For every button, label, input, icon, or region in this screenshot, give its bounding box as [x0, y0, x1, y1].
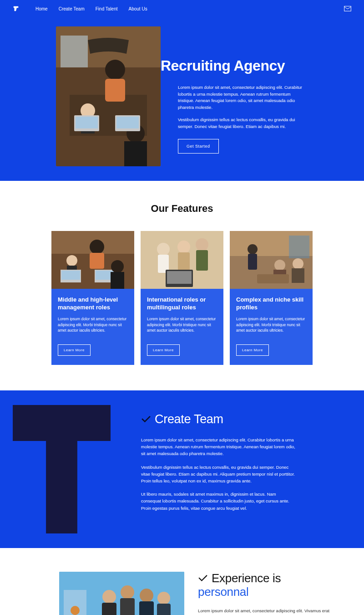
svg-rect-38 — [289, 236, 309, 258]
learn-more-button[interactable]: Learn More — [147, 344, 180, 356]
svg-point-17 — [90, 240, 104, 254]
svg-point-51 — [121, 585, 134, 599]
nav-create-team[interactable]: Create Team — [59, 6, 85, 11]
svg-rect-14 — [116, 117, 139, 128]
features-title: Our Features — [0, 203, 364, 215]
main-nav: Home Create Team Find Talent About Us — [13, 5, 351, 12]
experience-title: Experience is personnal — [198, 572, 339, 599]
svg-point-43 — [293, 258, 303, 269]
create-title: Create Team — [141, 412, 312, 426]
nav-links: Home Create Team Find Talent About Us — [35, 6, 147, 11]
svg-rect-56 — [157, 604, 171, 615]
mail-icon[interactable] — [344, 6, 351, 11]
card-title: International roles or multilingual role… — [147, 296, 217, 312]
learn-more-button[interactable]: Learn More — [58, 344, 91, 356]
svg-rect-54 — [139, 601, 154, 615]
svg-rect-33 — [196, 250, 208, 271]
svg-rect-50 — [102, 603, 116, 615]
svg-rect-26 — [111, 272, 124, 289]
experience-image — [59, 572, 184, 615]
svg-rect-35 — [167, 271, 192, 284]
card-desc: Lorem ipsum dolor sit amet, consectetur … — [236, 316, 306, 333]
svg-point-30 — [177, 241, 190, 253]
create-team-section: Create Team Lorem ipsum dolor sit amet, … — [0, 390, 364, 548]
card-image — [141, 231, 223, 289]
svg-rect-12 — [76, 117, 98, 128]
experience-p1: Lorem ipsum dolor sit amet, consectetur … — [198, 607, 339, 615]
svg-rect-0 — [344, 6, 351, 11]
get-started-button[interactable]: Get Started — [178, 139, 219, 154]
svg-point-41 — [274, 260, 285, 271]
create-p3: Ut libero mauris, sodales sit amet maxim… — [141, 491, 296, 512]
card-image — [230, 231, 313, 289]
svg-rect-45 — [257, 274, 289, 283]
svg-point-55 — [157, 592, 170, 605]
hero-p1: Lorem ipsum dolor sit amet, consectetur … — [161, 84, 306, 111]
card-title: Middle and high-level management roles — [58, 296, 128, 312]
check-icon — [141, 416, 151, 423]
feature-card: Complex and niche skill profiles Lorem i… — [230, 231, 313, 365]
svg-rect-44 — [292, 268, 304, 283]
check-icon — [198, 575, 208, 582]
svg-point-32 — [196, 238, 208, 251]
feature-card: Middle and high-level management roles L… — [51, 231, 134, 365]
svg-rect-10 — [124, 141, 147, 166]
svg-point-53 — [140, 589, 153, 602]
card-desc: Lorem ipsum dolor sit amet, consectetur … — [58, 316, 128, 333]
svg-rect-22 — [61, 271, 80, 280]
learn-more-button[interactable]: Learn More — [236, 344, 269, 356]
svg-point-28 — [157, 243, 170, 256]
hero-p2: Vestibulum dignissim tellus ac lectus co… — [161, 117, 306, 130]
nav-home[interactable]: Home — [35, 6, 48, 11]
card-image — [51, 231, 134, 289]
svg-point-48 — [71, 606, 80, 615]
svg-point-19 — [66, 255, 77, 266]
features-section: Our Features Middle and high-level manag… — [0, 181, 364, 390]
feature-card: International roles or multilingual role… — [141, 231, 223, 365]
svg-rect-31 — [178, 252, 190, 272]
svg-rect-40 — [248, 254, 257, 270]
hero-title: Recruiting Agency — [161, 57, 334, 74]
svg-rect-3 — [61, 36, 88, 67]
svg-point-25 — [111, 260, 124, 273]
create-p1: Lorem ipsum dolor sit amet, consectetur … — [141, 436, 296, 457]
card-desc: Lorem ipsum dolor sit amet, consectetur … — [147, 316, 217, 333]
svg-rect-52 — [120, 598, 135, 615]
experience-section: Experience is personnal Lorem ipsum dolo… — [0, 548, 364, 615]
t-logo-large — [13, 405, 111, 533]
card-title: Complex and niche skill profiles — [236, 296, 306, 312]
svg-rect-18 — [90, 253, 104, 269]
logo-icon — [13, 5, 19, 12]
svg-point-39 — [248, 244, 258, 254]
create-p2: Vestibulum dignissim tellus ac lectus co… — [141, 464, 296, 485]
nav-find-talent[interactable]: Find Talent — [96, 6, 118, 11]
svg-point-5 — [105, 60, 125, 80]
svg-rect-6 — [105, 79, 125, 102]
svg-point-49 — [102, 590, 116, 604]
hero-section: Home Create Team Find Talent About Us — [0, 0, 364, 181]
nav-about-us[interactable]: About Us — [129, 6, 147, 11]
hero-image — [56, 26, 161, 166]
